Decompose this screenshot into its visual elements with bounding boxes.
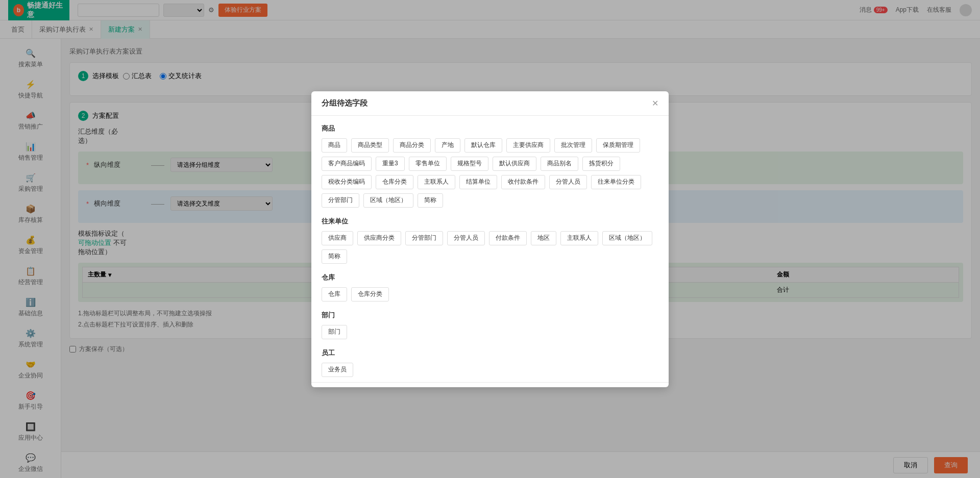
- field-dept[interactable]: 部门: [322, 325, 347, 339]
- field-dept-mgmt[interactable]: 分管部门: [322, 193, 359, 208]
- field-supplier-category[interactable]: 供应商分类: [357, 231, 401, 245]
- field-main-supplier[interactable]: 主要供应商: [506, 138, 550, 153]
- field-product-alias[interactable]: 商品别名: [541, 157, 578, 171]
- field-sales-person[interactable]: 业务员: [322, 363, 353, 377]
- field-product-type[interactable]: 商品类型: [351, 138, 389, 153]
- section-dept-title: 部门: [322, 311, 658, 320]
- field-warehouse-cat[interactable]: 仓库分类: [351, 287, 389, 301]
- field-dept-mgmt2[interactable]: 分管部门: [405, 231, 443, 245]
- modal-body: 商品 商品 商品类型 商品分类 产地 默认仓库 主要供应商 批次管理 保质期管理…: [311, 116, 669, 382]
- section-employee-fields: 业务员: [322, 363, 658, 377]
- field-product-category[interactable]: 商品分类: [393, 138, 431, 153]
- section-warehouse-fields: 仓库 仓库分类: [322, 287, 658, 301]
- field-expiry-mgmt[interactable]: 保质期管理: [596, 138, 640, 153]
- field-pick-points[interactable]: 拣货积分: [582, 157, 620, 171]
- field-default-supplier[interactable]: 默认供应商: [493, 157, 536, 171]
- modal-dialog: 分组待选字段 ✕ 商品 商品 商品类型 商品分类 产地 默认仓库 主要供应商 批…: [311, 91, 669, 387]
- field-origin[interactable]: 产地: [435, 138, 460, 153]
- field-retail-unit[interactable]: 零售单位: [409, 157, 447, 171]
- field-weight[interactable]: 重量3: [376, 157, 405, 171]
- modal-horizontal-scrollbar[interactable]: [311, 382, 669, 387]
- field-batch-mgmt[interactable]: 批次管理: [554, 138, 592, 153]
- section-warehouse-title: 仓库: [322, 273, 658, 282]
- field-customer-code[interactable]: 客户商品编码: [322, 157, 372, 171]
- section-partner-title: 往来单位: [322, 217, 658, 226]
- modal-close-icon[interactable]: ✕: [652, 98, 658, 108]
- section-warehouse: 仓库 仓库 仓库分类: [322, 273, 658, 301]
- modal-title: 分组待选字段: [322, 98, 368, 108]
- field-supplier[interactable]: 供应商: [322, 231, 353, 245]
- field-region2[interactable]: 区域（地区）: [602, 231, 652, 245]
- section-employee-title: 员工: [322, 348, 658, 358]
- field-settlement-unit[interactable]: 结算单位: [459, 175, 497, 189]
- modal-header: 分组待选字段 ✕: [311, 91, 669, 116]
- field-short-name2[interactable]: 简称: [322, 249, 347, 264]
- field-default-warehouse[interactable]: 默认仓库: [464, 138, 502, 153]
- field-payment-terms[interactable]: 收付款条件: [501, 175, 545, 189]
- field-payment-terms2[interactable]: 付款条件: [489, 231, 527, 245]
- field-warehouse[interactable]: 仓库: [322, 287, 347, 301]
- field-partner-category[interactable]: 往来单位分类: [591, 175, 641, 189]
- field-area[interactable]: 地区: [531, 231, 556, 245]
- section-partner-fields: 供应商 供应商分类 分管部门 分管人员 付款条件 地区 主联系人 区域（地区） …: [322, 231, 658, 264]
- field-supervisor[interactable]: 分管人员: [549, 175, 587, 189]
- field-main-contact2[interactable]: 主联系人: [560, 231, 598, 245]
- field-tax-code[interactable]: 税收分类编码: [322, 175, 372, 189]
- section-product: 商品 商品 商品类型 商品分类 产地 默认仓库 主要供应商 批次管理 保质期管理…: [322, 124, 658, 208]
- section-partner: 往来单位 供应商 供应商分类 分管部门 分管人员 付款条件 地区 主联系人 区域…: [322, 217, 658, 264]
- field-supervisor2[interactable]: 分管人员: [447, 231, 485, 245]
- field-warehouse-category[interactable]: 仓库分类: [376, 175, 413, 189]
- section-dept: 部门 部门: [322, 311, 658, 339]
- field-region[interactable]: 区域（地区）: [363, 193, 413, 208]
- section-employee: 员工 业务员: [322, 348, 658, 377]
- field-spec-model[interactable]: 规格型号: [451, 157, 488, 171]
- section-dept-fields: 部门: [322, 325, 658, 339]
- field-product[interactable]: 商品: [322, 138, 347, 153]
- section-product-title: 商品: [322, 124, 658, 133]
- section-product-fields: 商品 商品类型 商品分类 产地 默认仓库 主要供应商 批次管理 保质期管理 客户…: [322, 138, 658, 208]
- field-main-contact[interactable]: 主联系人: [418, 175, 455, 189]
- modal-overlay: 分组待选字段 ✕ 商品 商品 商品类型 商品分类 产地 默认仓库 主要供应商 批…: [0, 0, 980, 478]
- field-short-name[interactable]: 简称: [418, 193, 443, 208]
